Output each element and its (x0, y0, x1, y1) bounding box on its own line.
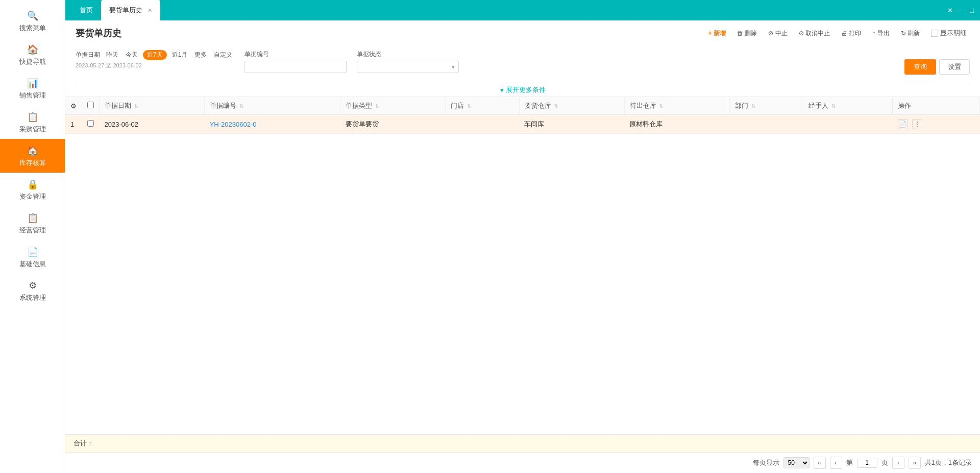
cell-order-no: YH-20230602-0 (205, 115, 340, 134)
sidebar-item-basic-info[interactable]: 📄 基础信息 (0, 240, 65, 274)
pagination-next-button[interactable]: › (892, 457, 904, 469)
cell-no: 1 (65, 115, 82, 134)
window-maximize-icon[interactable]: □ (970, 7, 974, 14)
order-no-filter-group: 单据编号 (244, 50, 347, 73)
export-button[interactable]: ↑ 导出 (869, 27, 892, 40)
sidebar-item-quick-nav[interactable]: 🏠 快捷导航 (0, 38, 65, 72)
status-label: 单据状态 (357, 50, 459, 59)
home-icon: 🏠 (27, 44, 38, 55)
sales-icon: 📊 (27, 78, 38, 89)
page-header: 要货单历史 + 新增 🗑 删除 ⊘ 中止 ⊘ 取消中止 🖨 打印 ↑ 导出 ↻ … (65, 20, 980, 97)
sort-date-icon[interactable]: ⇅ (134, 103, 138, 109)
cell-checkbox[interactable] (82, 115, 100, 134)
row-edit-icon[interactable]: 📄 (898, 119, 908, 129)
stop-button[interactable]: ⊘ 中止 (765, 27, 790, 40)
status-select-wrapper (357, 61, 459, 73)
date-filter-label: 单据日期 (76, 51, 100, 59)
pagination: 每页显示 50 10 20 100 « ‹ 第 页 › » 共1页，1条记录 (65, 452, 980, 473)
sys-icon: ⚙ (29, 280, 37, 291)
th-pending-warehouse: 待出仓库 ⇅ (624, 97, 729, 115)
purchase-icon: 📋 (27, 111, 38, 123)
new-button[interactable]: + 新增 (705, 27, 729, 40)
pagination-last-button[interactable]: » (909, 457, 921, 469)
sort-pending-warehouse-icon[interactable]: ⇅ (659, 103, 663, 109)
sidebar-item-sys-mgmt[interactable]: ⚙ 系统管理 (0, 274, 65, 308)
setting-button[interactable]: 设置 (939, 59, 970, 75)
cancel-stop-button[interactable]: ⊘ 取消中止 (796, 27, 833, 40)
show-detail-checkbox (931, 30, 938, 37)
sidebar-item-inventory[interactable]: 🏠 库存核算 (0, 139, 65, 173)
sidebar: 🔍 搜索菜单 🏠 快捷导航 📊 销售管理 📋 采购管理 🏠 库存核算 🔒 资金管… (0, 0, 65, 473)
sidebar-item-search-menu[interactable]: 🔍 搜索菜单 (0, 4, 65, 38)
finance-icon: 🔒 (27, 179, 38, 190)
tab-close-icon[interactable]: ✕ (148, 7, 152, 14)
date-btn-7days[interactable]: 近7天 (143, 50, 167, 60)
table-footer: 合计： (65, 434, 980, 452)
per-page-label: 每页显示 (753, 458, 779, 467)
page-title: 要货单历史 (76, 27, 121, 39)
order-no-link[interactable]: YH-20230602-0 (210, 121, 257, 128)
expand-more-button[interactable]: ▾ 展开更多条件 (76, 83, 970, 97)
order-no-input[interactable] (244, 61, 347, 73)
status-select[interactable] (357, 61, 459, 73)
table-settings-icon[interactable]: ⚙ (70, 102, 77, 110)
sort-shop-icon[interactable]: ⇅ (467, 103, 471, 109)
date-btn-more[interactable]: 更多 (192, 50, 209, 60)
date-filter-buttons: 昨天 今天 近7天 近1月 更多 自定义 (104, 50, 234, 60)
sidebar-item-ops-mgmt[interactable]: 📋 经营管理 (0, 206, 65, 240)
topbar: 首页 要货单历史 ✕ ✕ — □ (65, 0, 980, 20)
summary-label: 合计： (74, 439, 93, 448)
sidebar-item-sales-mgmt[interactable]: 📊 销售管理 (0, 72, 65, 105)
pagination-prev-button[interactable]: ‹ (830, 457, 842, 469)
expand-more-icon: ▾ (500, 86, 504, 94)
inventory-icon: 🏠 (27, 145, 38, 156)
th-date: 单据日期 ⇅ (100, 97, 205, 115)
per-page-select[interactable]: 50 10 20 100 (783, 457, 810, 468)
tab-home[interactable]: 首页 (71, 0, 101, 20)
content-area: 要货单历史 + 新增 🗑 删除 ⊘ 中止 ⊘ 取消中止 🖨 打印 ↑ 导出 ↻ … (65, 20, 980, 473)
data-table: ⚙ 单据日期 ⇅ 单据编号 ⇅ (65, 97, 980, 134)
cell-order-type: 要货单要货 (340, 115, 446, 134)
row-checkbox[interactable] (87, 120, 94, 127)
window-minimize-icon[interactable]: — (958, 7, 965, 14)
sidebar-item-purchase-mgmt[interactable]: 📋 采购管理 (0, 105, 65, 139)
th-checkbox (82, 97, 100, 115)
sidebar-item-finance-mgmt[interactable]: 🔒 资金管理 (0, 173, 65, 206)
sort-handler-icon[interactable]: ⇅ (831, 103, 836, 109)
topbar-window-controls: ✕ — □ (947, 7, 974, 14)
cell-operation: 📄 ⋮ (893, 115, 980, 134)
date-filter-group: 单据日期 昨天 今天 近7天 近1月 更多 自定义 2023-05-27 至 2… (76, 50, 234, 69)
table-wrapper: ⚙ 单据日期 ⇅ 单据编号 ⇅ (65, 97, 980, 473)
sort-req-warehouse-icon[interactable]: ⇅ (554, 103, 558, 109)
table-scroll-area: ⚙ 单据日期 ⇅ 单据编号 ⇅ (65, 97, 980, 434)
tab-order-history[interactable]: 要货单历史 ✕ (101, 0, 160, 20)
query-button[interactable]: 查询 (904, 59, 936, 75)
sort-order-type-icon[interactable]: ⇅ (375, 103, 379, 109)
search-menu-icon: 🔍 (27, 10, 38, 21)
cell-date: 2023-06-02 (100, 115, 205, 134)
delete-button[interactable]: 🗑 删除 (734, 27, 760, 40)
pagination-first-button[interactable]: « (814, 457, 826, 469)
toolbar: + 新增 🗑 删除 ⊘ 中止 ⊘ 取消中止 🖨 打印 ↑ 导出 ↻ 刷新 显示明… (705, 27, 970, 40)
date-btn-custom[interactable]: 自定义 (212, 50, 234, 60)
print-button[interactable]: 🖨 打印 (838, 27, 864, 40)
th-settings: ⚙ (65, 97, 82, 115)
date-btn-today[interactable]: 今天 (124, 50, 140, 60)
row-more-icon[interactable]: ⋮ (912, 119, 922, 129)
pagination-page-input[interactable] (857, 458, 877, 468)
date-btn-yesterday[interactable]: 昨天 (104, 50, 120, 60)
th-req-warehouse: 要货仓库 ⇅ (519, 97, 624, 115)
select-all-checkbox[interactable] (87, 102, 94, 108)
cell-handler (803, 115, 893, 134)
date-btn-1month[interactable]: 近1月 (170, 50, 190, 60)
pagination-page-unit: 页 (881, 458, 888, 467)
sort-department-icon[interactable]: ⇅ (751, 103, 755, 109)
th-order-no: 单据编号 ⇅ (205, 97, 340, 115)
window-close-icon[interactable]: ✕ (947, 7, 953, 14)
cell-req-warehouse: 车间库 (519, 115, 624, 134)
show-detail-toggle[interactable]: 显示明细 (928, 27, 970, 40)
refresh-button[interactable]: ↻ 刷新 (898, 27, 923, 40)
page-title-row: 要货单历史 + 新增 🗑 删除 ⊘ 中止 ⊘ 取消中止 🖨 打印 ↑ 导出 ↻ … (76, 27, 970, 40)
filter-row: 单据日期 昨天 今天 近7天 近1月 更多 自定义 2023-05-27 至 2… (76, 45, 970, 80)
sort-order-no-icon[interactable]: ⇅ (239, 103, 243, 109)
